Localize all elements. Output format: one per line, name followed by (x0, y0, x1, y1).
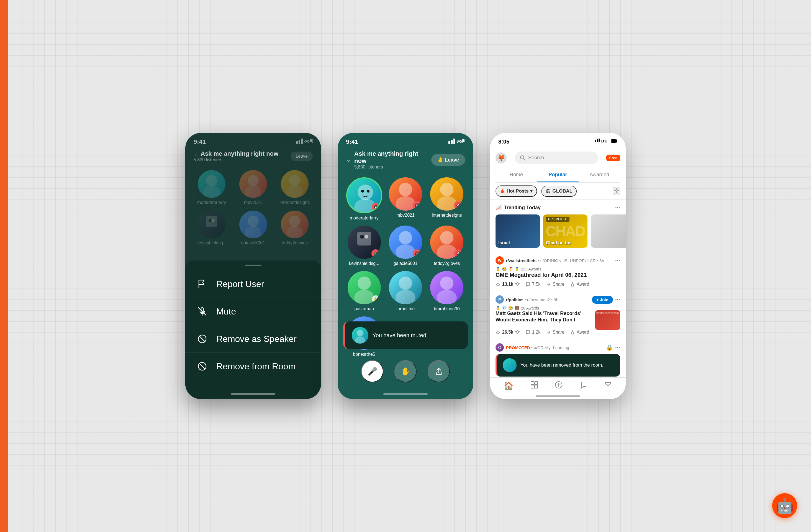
phone1-leave-button[interactable]: Leave (291, 152, 313, 161)
svg-line-23 (199, 364, 205, 369)
trending-more-btn[interactable]: ··· (615, 204, 620, 211)
svg-point-32 (367, 190, 369, 193)
remove-as-speaker-item[interactable]: Remove as Speaker (185, 325, 321, 353)
phone1-signal-icons (296, 138, 313, 146)
svg-rect-2 (301, 139, 303, 144)
phone3-battery-icons: LTE (595, 138, 617, 146)
svg-point-35 (440, 183, 454, 196)
avatar-name-galaxie: galaxie5001 (241, 241, 265, 245)
comments-btn-politics[interactable]: 1.2k (525, 330, 540, 335)
mic-off-icon (196, 306, 208, 317)
tab-awarded[interactable]: Awarded (579, 168, 620, 182)
post-meta-text-politics: r/politics • u/new-man2 • 3h (506, 297, 590, 302)
toast-avatar-promoted (503, 358, 517, 372)
tab-home[interactable]: Home (495, 168, 537, 182)
svg-point-15 (245, 226, 261, 238)
raise-hand-button[interactable]: ✋ (394, 360, 417, 382)
avatar-circle (239, 170, 267, 198)
global-filter[interactable]: GLOBAL (541, 186, 577, 197)
report-user-item[interactable]: Report User (185, 271, 321, 298)
nav-inbox[interactable] (604, 381, 612, 391)
removed-from-room-toast: You have been removed from the room. (495, 354, 620, 377)
phone1-room-title: Ask me anything right now (200, 150, 278, 157)
nav-home[interactable]: 🏠 (504, 381, 514, 391)
mute-badge-kevin: 🔇 (371, 249, 380, 258)
svg-rect-69 (617, 191, 619, 193)
avatar-name-kevin2: kevinshieldsg... (349, 261, 379, 266)
avatar-circle (198, 170, 226, 198)
comments-btn-gme[interactable]: 7.5k (525, 282, 540, 287)
nav-communities[interactable] (531, 381, 538, 391)
hot-posts-filter[interactable]: Hot Posts ▾ (495, 185, 537, 197)
award-btn-politics[interactable]: Award (570, 330, 589, 335)
nav-chat[interactable] (579, 381, 587, 391)
post-meta-text-promoted: PROMOTED • u/OReilly_Learning (506, 345, 604, 350)
avatar-name-mbv2021: mbv2021 (244, 200, 262, 205)
trending-card-extra[interactable] (591, 214, 626, 248)
left-accent-bar (0, 0, 8, 532)
phone2-time: 9:41 (346, 138, 358, 146)
svg-rect-0 (296, 141, 298, 144)
post-thumbnail-politics: thedailybeast.com (595, 310, 620, 330)
post-actions-gme: 13.1k 7.5k Share Award (495, 282, 620, 287)
share-btn-politics[interactable]: Share (546, 330, 565, 335)
post-card-politics: P r/politics • u/new-man2 • 3h + Join ··… (490, 291, 626, 339)
phones-container: 9:41 ⌄ Ask me anything right now (185, 133, 626, 399)
trending-label-chad: Chad on tbs (546, 241, 571, 245)
post-more-promoted[interactable]: ··· (615, 344, 620, 351)
phone2-room-listeners: 5,830 listeners (354, 165, 431, 170)
post-more-gme[interactable]: ··· (615, 257, 620, 264)
post-more-politics[interactable]: ··· (615, 296, 620, 303)
share-btn-gme[interactable]: Share (546, 282, 565, 287)
sheet-drag-handle (245, 264, 261, 266)
phone1-bottom-sheet: Report User Mute (185, 260, 321, 399)
nav-create[interactable] (555, 381, 563, 391)
svg-rect-66 (614, 188, 616, 191)
svg-rect-56 (599, 139, 600, 142)
remove-speaker-icon (196, 333, 208, 345)
post-content-politics: Matt Gaetz Said His 'Travel Records' Wou… (495, 310, 620, 330)
phone1-status-bar: 9:41 (185, 133, 321, 148)
svg-point-61 (520, 156, 524, 159)
tab-popular[interactable]: Popular (537, 168, 579, 182)
svg-rect-4 (310, 139, 312, 142)
phone1-time: 9:41 (194, 138, 206, 146)
phone2-avatar-mbv2021: 🔇 mbv2021 (387, 177, 424, 221)
award-btn-gme[interactable]: Award (570, 282, 589, 287)
layout-toggle[interactable] (613, 187, 620, 195)
join-button-politics[interactable]: + Join (592, 295, 613, 304)
toast-text-promoted: You have been removed from the room. (520, 362, 603, 368)
toast-avatar (352, 327, 368, 344)
remove-from-room-item[interactable]: Remove from Room (185, 353, 321, 380)
upvote-btn-politics[interactable]: 26.5k (495, 330, 520, 335)
phone2-leave-button[interactable]: 🤚 Leave (431, 154, 465, 166)
svg-rect-72 (531, 382, 534, 384)
flag-icon (196, 278, 208, 290)
avatar-circle-pastaman: ✋ (348, 271, 381, 304)
mic-button[interactable]: 🎤 (361, 360, 383, 382)
mute-item[interactable]: Mute (185, 298, 321, 325)
svg-point-42 (440, 231, 454, 244)
phone2-avatar-galaxie: 🔇 galaxie5001 (387, 226, 424, 266)
trending-card-israel[interactable]: Israel (495, 214, 540, 248)
avatar-circle-tim (430, 271, 463, 304)
share-button[interactable] (428, 360, 450, 382)
upvote-btn-gme[interactable]: 13.1k (495, 282, 520, 287)
svg-rect-26 (454, 139, 455, 144)
post-meta-politics: P r/politics • u/new-man2 • 3h + Join ··… (495, 295, 620, 304)
subreddit-icon-wsb: W (495, 256, 504, 264)
svg-point-46 (399, 276, 412, 290)
phone1-avatar-teddy: teddy2gloves (277, 211, 313, 245)
trending-card-chad[interactable]: PROMOTED CHAD Chad on tbs (543, 214, 587, 248)
svg-line-62 (523, 159, 525, 161)
svg-point-10 (286, 185, 303, 198)
svg-point-47 (396, 290, 415, 304)
avatar-circle (198, 211, 226, 238)
reddit-search-bar[interactable]: Search (515, 152, 598, 164)
phone2-avatar-pastaman: ✋ pastaman (346, 271, 382, 311)
post-card-promoted: O PROMOTED • u/OReilly_Learning 🔒 ··· Yo… (490, 339, 626, 381)
svg-point-17 (286, 226, 303, 238)
trending-header: 📈 Trending Today ··· (495, 204, 620, 211)
post-card-gme: W r/wallstreetbets • u/OPINION_IS_UNPOPU… (490, 252, 626, 291)
reddit-user-avatar[interactable]: 🦊 (495, 152, 507, 164)
